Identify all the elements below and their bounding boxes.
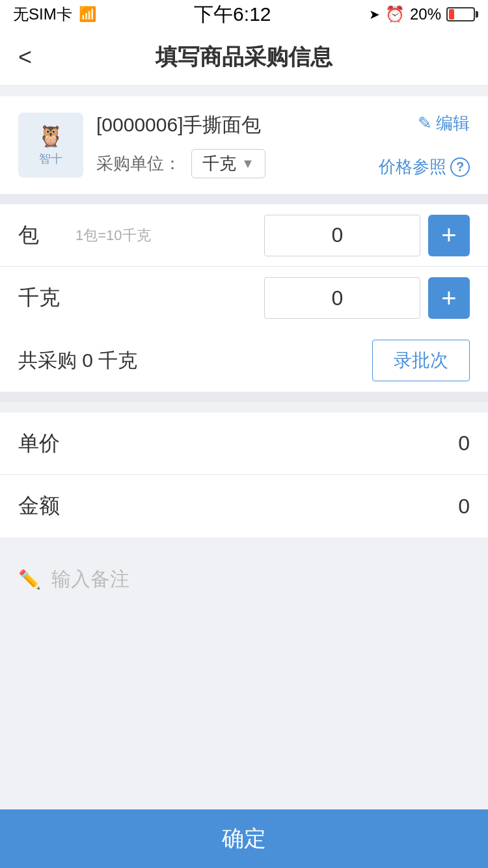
amount-row: 金额 0 xyxy=(0,475,488,537)
summary-text: 共采购 0 千克 xyxy=(18,347,372,374)
section-divider-2 xyxy=(0,392,488,402)
bag-input-row: 包 1包=10千克 + xyxy=(0,204,488,267)
amount-label: 金额 xyxy=(18,492,458,521)
status-bar: 无SIM卡 📶 下午6:12 ➤ ⏰ 20% xyxy=(0,0,488,29)
product-card: 🦉 智十 [0000006]手撕面包 采购单位： 千克 ▼ ✎ 编辑 价格参照 … xyxy=(0,96,488,194)
amount-value: 0 xyxy=(458,495,470,519)
price-ref-label: 价格参照 xyxy=(379,156,446,178)
info-section: 单价 0 金额 0 xyxy=(0,413,488,537)
battery-icon xyxy=(446,7,475,21)
wifi-icon: 📶 xyxy=(79,6,96,23)
edit-label: 编辑 xyxy=(436,112,470,135)
bottom-spacer xyxy=(0,626,488,695)
status-bar-right: ➤ ⏰ 20% xyxy=(369,5,475,23)
nav-bar: < 填写商品采购信息 xyxy=(0,29,488,86)
unit-value: 千克 xyxy=(202,152,236,175)
product-thumb-label: 智十 xyxy=(39,151,62,167)
bag-sublabel: 1包=10千克 xyxy=(75,226,151,245)
alarm-icon: ⏰ xyxy=(385,5,405,23)
location-icon: ➤ xyxy=(369,7,380,22)
note-section: ✏️ 输入备注 xyxy=(0,548,488,626)
back-button[interactable]: < xyxy=(18,44,32,71)
product-thumb-owl-icon: 🦉 xyxy=(38,124,64,148)
product-thumbnail: 🦉 智十 xyxy=(18,113,83,178)
pencil-icon: ✏️ xyxy=(18,569,41,590)
status-bar-time: 下午6:12 xyxy=(194,1,271,28)
kg-quantity-input[interactable] xyxy=(264,277,420,319)
summary-row: 共采购 0 千克 录批次 xyxy=(0,329,488,392)
confirm-label: 确定 xyxy=(222,824,266,854)
section-divider-1 xyxy=(0,194,488,204)
confirm-button[interactable]: 确定 xyxy=(0,809,488,868)
note-input[interactable]: 输入备注 xyxy=(51,566,129,593)
price-reference-button[interactable]: 价格参照 ? xyxy=(379,156,470,178)
bag-label: 包 xyxy=(18,221,70,250)
unit-select[interactable]: 千克 ▼ xyxy=(191,149,265,178)
bag-quantity-input[interactable] xyxy=(264,215,420,256)
unit-price-value: 0 xyxy=(458,431,470,455)
chevron-down-icon: ▼ xyxy=(241,156,254,171)
unit-label: 采购单位： xyxy=(96,152,181,175)
product-name: [0000006]手撕面包 xyxy=(96,112,470,139)
input-section: 包 1包=10千克 + 千克 + xyxy=(0,204,488,329)
battery-percent: 20% xyxy=(410,5,441,23)
kg-plus-button[interactable]: + xyxy=(428,277,470,319)
unit-price-row: 单价 0 xyxy=(0,413,488,475)
batch-button[interactable]: 录批次 xyxy=(372,340,470,381)
help-circle-icon: ? xyxy=(450,157,470,177)
edit-icon: ✎ xyxy=(418,113,432,133)
carrier-label: 无SIM卡 xyxy=(13,4,72,25)
unit-price-label: 单价 xyxy=(18,429,458,458)
kg-input-row: 千克 + xyxy=(0,267,488,329)
kg-label: 千克 xyxy=(18,284,70,312)
status-bar-left: 无SIM卡 📶 xyxy=(13,4,96,25)
page-title: 填写商品采购信息 xyxy=(156,42,332,72)
bag-plus-button[interactable]: + xyxy=(428,215,470,256)
edit-button[interactable]: ✎ 编辑 xyxy=(418,112,470,135)
